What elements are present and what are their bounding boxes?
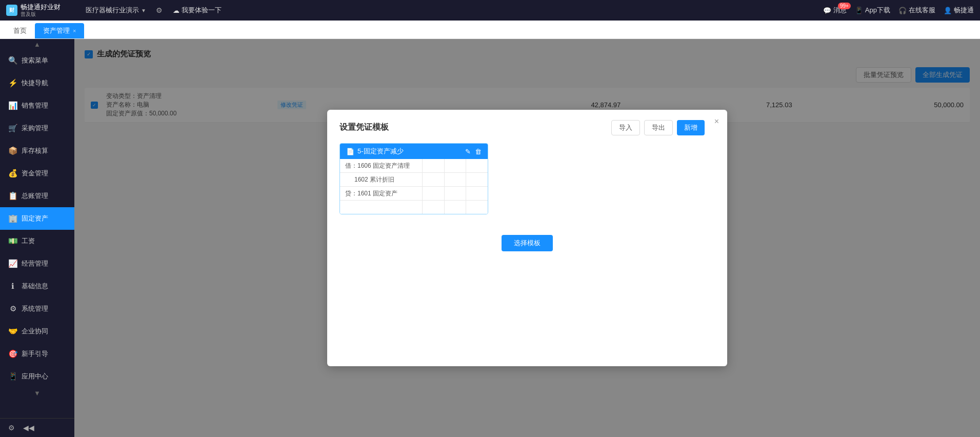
message-badge: 99+ — [838, 3, 851, 9]
sales-icon: 📊 — [8, 101, 17, 110]
customer-service-button[interactable]: 🎧 在线客服 — [898, 6, 935, 15]
sidebar-scroll-bottom[interactable]: ▼ — [0, 388, 74, 398]
sidebar-item-system-label: 系统管理 — [22, 304, 48, 313]
user-icon: 👤 — [944, 7, 952, 14]
capital-icon: 💰 — [8, 169, 17, 178]
logo-icon: 财 — [6, 5, 17, 16]
sidebar-bottom: ⚙ ◀◀ — [0, 418, 74, 437]
tab-close-icon[interactable]: × — [73, 28, 76, 34]
import-button[interactable]: 导入 — [611, 120, 640, 135]
experience-label: 我要体验一下 — [182, 6, 222, 15]
template-row-2-col2 — [444, 173, 466, 186]
user-button[interactable]: 👤 畅捷通 — [944, 6, 974, 15]
sidebar-item-basic-info-label: 基础信息 — [22, 282, 48, 291]
quick-nav-icon: ⚡ — [8, 78, 17, 88]
sidebar-collapse-icon[interactable]: ◀◀ — [23, 424, 34, 432]
app-download-button[interactable]: 📱 App下载 — [855, 6, 890, 15]
modal-toolbar: 导入 导出 新增 — [611, 120, 705, 135]
template-row-2-label: 1602 累计折旧 — [340, 173, 422, 186]
template-row-1-col2 — [444, 159, 466, 172]
sidebar-item-inventory-label: 库存核算 — [22, 146, 48, 155]
sidebar-item-search[interactable]: 🔍 搜索菜单 — [0, 49, 74, 72]
sidebar-item-guide[interactable]: 🎯 新手引导 — [0, 343, 74, 365]
sidebar-item-guide-label: 新手引导 — [22, 349, 48, 359]
operations-icon: 📈 — [8, 259, 17, 268]
sidebar-item-ledger-label: 总账管理 — [22, 191, 48, 201]
ledger-icon: 📋 — [8, 191, 17, 201]
company-selector[interactable]: 医疗器械行业演示 ▼ — [86, 6, 146, 15]
sidebar-item-fixed-assets[interactable]: 🏢 固定资产 — [0, 207, 74, 230]
template-row-1-col3 — [466, 159, 488, 172]
logo-area: 财 畅捷通好业财 普及版 — [6, 3, 81, 17]
template-body: 借：1606 固定资产清理 1602 累计折旧 贷：1601 — [340, 159, 488, 214]
template-row-3-col2 — [444, 187, 466, 200]
app-edition: 普及版 — [21, 11, 61, 17]
tab-home[interactable]: 首页 — [5, 23, 35, 38]
select-template-button[interactable]: 选择模板 — [502, 235, 553, 251]
experience-button[interactable]: ☁ 我要体验一下 — [173, 6, 222, 15]
sidebar-item-ledger[interactable]: 📋 总账管理 — [0, 185, 74, 207]
sidebar-item-purchase[interactable]: 🛒 采购管理 — [0, 117, 74, 140]
sidebar-item-basic-info[interactable]: ℹ 基础信息 — [0, 275, 74, 297]
template-header-left: 📄 5-固定资产减少 — [346, 147, 404, 156]
template-row-3-col1 — [422, 187, 444, 200]
sidebar-settings-icon[interactable]: ⚙ — [8, 424, 15, 432]
modal-close-button[interactable]: × — [714, 117, 719, 126]
sidebar-item-quick-nav[interactable]: ⚡ 快捷导航 — [0, 72, 74, 94]
template-row-4-col2 — [444, 201, 466, 214]
tab-home-label: 首页 — [13, 26, 27, 35]
select-template-wrapper: 选择模板 — [339, 225, 715, 251]
messages-button[interactable]: 💬 消息 99+ — [823, 6, 847, 15]
template-header-right: ✎ 🗑 — [465, 148, 482, 155]
template-row-4-label — [340, 205, 422, 209]
sidebar-item-cooperation[interactable]: 🤝 企业协同 — [0, 320, 74, 343]
sidebar-scroll-top[interactable]: ▲ — [0, 39, 74, 49]
template-row-3-col3 — [466, 187, 488, 200]
guide-icon: 🎯 — [8, 349, 17, 359]
template-name: 5-固定资产减少 — [357, 147, 404, 156]
sidebar-item-payroll[interactable]: 💵 工资 — [0, 230, 74, 252]
sidebar-item-app-center-label: 应用中心 — [22, 372, 48, 381]
fixed-assets-icon: 🏢 — [8, 214, 17, 223]
tab-asset-management[interactable]: 资产管理 × — [35, 23, 84, 38]
template-row-2-col3 — [466, 173, 488, 186]
tab-bar: 首页 资产管理 × — [0, 21, 980, 39]
template-row-2-col1 — [422, 173, 444, 186]
template-delete-icon[interactable]: 🗑 — [475, 148, 482, 155]
template-card: 📄 5-固定资产减少 ✎ 🗑 借：1606 固定资产清理 — [339, 143, 488, 214]
app-download-label: App下载 — [865, 6, 890, 15]
sidebar-item-sales[interactable]: 📊 销售管理 — [0, 94, 74, 117]
header-settings-icon[interactable]: ⚙ — [152, 3, 167, 17]
payroll-icon: 💵 — [8, 236, 17, 246]
main-layout: ▲ 🔍 搜索菜单 ⚡ 快捷导航 📊 销售管理 🛒 采购管理 📦 库存核算 💰 资… — [0, 39, 980, 437]
user-label: 畅捷通 — [954, 6, 974, 15]
company-name: 医疗器械行业演示 — [86, 6, 139, 15]
sidebar-item-cooperation-label: 企业协同 — [22, 327, 48, 336]
modal-overlay: 设置凭证模板 导入 导出 新增 × 📄 5-固定资产减少 ✎ — [74, 39, 980, 437]
sidebar: ▲ 🔍 搜索菜单 ⚡ 快捷导航 📊 销售管理 🛒 采购管理 📦 库存核算 💰 资… — [0, 39, 74, 437]
new-button[interactable]: 新增 — [677, 120, 705, 135]
template-row-1-label: 借：1606 固定资产清理 — [340, 160, 422, 172]
template-row-4-col1 — [422, 201, 444, 214]
customer-service-icon: 🎧 — [898, 7, 907, 14]
export-button[interactable]: 导出 — [644, 120, 673, 135]
template-card-header: 📄 5-固定资产减少 ✎ 🗑 — [340, 144, 488, 159]
cloud-icon: ☁ — [173, 7, 179, 14]
app-download-icon: 📱 — [855, 7, 863, 14]
template-edit-icon[interactable]: ✎ — [465, 148, 471, 155]
basic-info-icon: ℹ — [8, 282, 17, 291]
company-chevron-icon: ▼ — [141, 8, 146, 13]
template-row-2: 1602 累计折旧 — [340, 173, 488, 187]
sidebar-item-app-center[interactable]: 📱 应用中心 — [0, 365, 74, 388]
template-row-4 — [340, 201, 488, 214]
top-header: 财 畅捷通好业财 普及版 医疗器械行业演示 ▼ ⚙ ☁ 我要体验一下 💬 消息 … — [0, 0, 980, 21]
header-right: 💬 消息 99+ 📱 App下载 🎧 在线客服 👤 畅捷通 — [823, 6, 974, 15]
sidebar-item-payroll-label: 工资 — [22, 236, 35, 246]
template-row-3: 贷：1601 固定资产 — [340, 187, 488, 201]
sidebar-item-capital[interactable]: 💰 资金管理 — [0, 162, 74, 185]
sidebar-item-inventory[interactable]: 📦 库存核算 — [0, 140, 74, 162]
sidebar-item-operations[interactable]: 📈 经营管理 — [0, 252, 74, 275]
template-row-1: 借：1606 固定资产清理 — [340, 159, 488, 173]
app-center-icon: 📱 — [8, 372, 17, 381]
sidebar-item-system[interactable]: ⚙ 系统管理 — [0, 297, 74, 320]
